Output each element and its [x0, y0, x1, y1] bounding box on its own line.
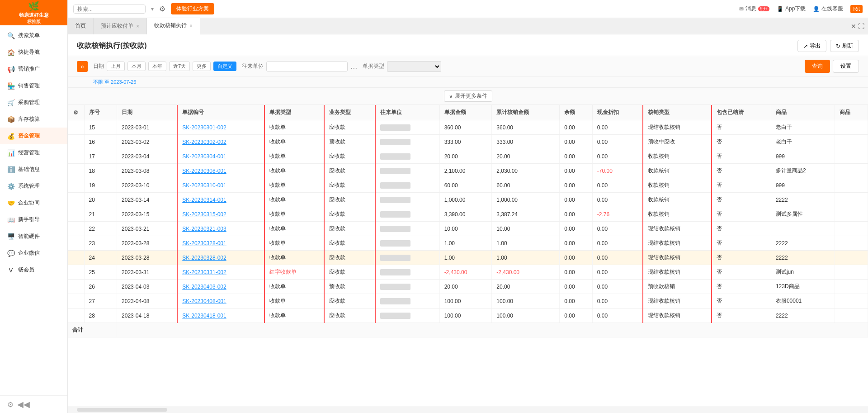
col-writeofftype-header: 核销类型 — [643, 105, 712, 120]
doc-no-link[interactable]: SK-20230314-001 — [182, 197, 226, 203]
doc-no-link[interactable]: SK-20230315-002 — [182, 211, 226, 218]
doc-no-link[interactable]: SK-20230328-002 — [182, 255, 226, 261]
table-row: 15 2023-03-01 SK-20230301-002 收款单 应收款 36… — [68, 120, 868, 135]
filter-partner-more-icon[interactable]: ... — [350, 62, 357, 71]
export-button[interactable]: ↗ 导出 — [797, 40, 826, 52]
sidebar-item-operations[interactable]: 📊经营管理 — [0, 144, 67, 161]
sidebar-item-member[interactable]: V畅会员 — [0, 261, 67, 278]
doc-no-link[interactable]: SK-20230310-001 — [182, 182, 226, 189]
filter-settings-button[interactable]: 设置 — [833, 60, 859, 73]
tab-writeoff-close[interactable]: × — [189, 23, 193, 29]
filter-doctype-select[interactable] — [387, 61, 441, 72]
cell-partner — [375, 236, 439, 251]
tab-writeoff[interactable]: 收款核销执行 × — [147, 18, 200, 34]
cell-product: 多计量商品2 — [771, 164, 835, 178]
sidebar-item-label-guide: 新手引导 — [18, 216, 40, 223]
filter-last7-btn[interactable]: 近7天 — [169, 62, 190, 71]
sidebar-item-system[interactable]: ⚙️系统管理 — [0, 178, 67, 195]
sidebar-item-guide[interactable]: 📖新手引导 — [0, 211, 67, 228]
sidebar-item-finance[interactable]: 💰资金管理 — [0, 128, 67, 144]
cell-product: 2222 — [771, 193, 835, 207]
topbar-right-actions: ✉ 消息 99+ 📱 App下载 👤 在线客服 Rit — [739, 5, 863, 13]
sidebar-item-label-search: 搜索菜单 — [18, 32, 40, 39]
topbar-gear-icon[interactable]: ⚙ — [159, 5, 165, 13]
cell-docamount: 20.00 — [439, 280, 492, 294]
app-logo: 🌿 畅康道好生意 标推版 — [0, 0, 67, 25]
cell-cumulative: 10.00 — [492, 222, 560, 236]
filter-custom-btn[interactable]: 自定义 — [213, 62, 236, 71]
cell-includesettled: 否 — [712, 193, 771, 207]
scroll-thumb[interactable] — [77, 408, 167, 412]
tab-home[interactable]: 首页 — [68, 18, 94, 34]
cell-partner — [375, 120, 439, 135]
doc-no-link[interactable]: SK-20230408-001 — [182, 298, 226, 304]
cell-doctype: 收款单 — [264, 222, 324, 236]
doc-no-link[interactable]: SK-20230308-001 — [182, 168, 226, 174]
tab-fullscreen-button[interactable]: ⛶ — [858, 23, 864, 30]
cell-cashdiscount: 0.00 — [592, 135, 643, 149]
doc-no-link[interactable]: SK-20230321-003 — [182, 226, 226, 232]
cell-docno: SK-20230418-001 — [177, 309, 264, 323]
cell-date: 2023-04-08 — [117, 294, 178, 309]
messages-button[interactable]: ✉ 消息 99+ — [739, 5, 769, 13]
filter-bar: » 日期 上月 本月 本年 近7天 更多 自定义 往来单位 ... 单据类型 — [68, 56, 868, 77]
sidebar-item-marketing[interactable]: 📢营销推广 — [0, 61, 67, 77]
sidebar-item-sales[interactable]: 🏪销售管理 — [0, 77, 67, 94]
table-row: 25 2023-03-31 SK-20230331-002 红字收款单 应收款 … — [68, 265, 868, 280]
tabbar-actions: ✕ ⛶ — [851, 23, 868, 30]
cell-docno: SK-20230328-001 — [177, 236, 264, 251]
filter-collapse-btn[interactable]: » — [77, 61, 88, 72]
sidebar-collapse-icon[interactable]: ◀◀ — [17, 399, 30, 409]
filter-partner-input[interactable] — [266, 62, 348, 71]
sidebar-item-hardware[interactable]: 🖥️智能硬件 — [0, 228, 67, 245]
filter-date-label: 日期 — [93, 62, 104, 70]
tab-receivable-close[interactable]: × — [136, 23, 139, 29]
filter-this-month-btn[interactable]: 本月 — [127, 62, 146, 71]
col-settings[interactable]: ⚙ — [68, 105, 84, 120]
footer-empty-cell — [117, 323, 868, 337]
cell-product: 2222 — [771, 309, 835, 323]
industry-solution-button[interactable]: 体验行业方案 — [171, 3, 214, 14]
expand-conditions-button[interactable]: ∨ 展开更多条件 — [444, 90, 492, 102]
sidebar-item-quicknav[interactable]: 🏠快捷导航 — [0, 44, 67, 61]
sidebar-item-label-system: 系统管理 — [18, 182, 40, 190]
cell-date: 2023-03-14 — [117, 193, 178, 207]
doc-no-link[interactable]: SK-20230328-001 — [182, 240, 226, 247]
sidebar-item-wechat[interactable]: 💬企业微信 — [0, 245, 67, 261]
cell-balance: 0.00 — [560, 265, 593, 280]
search-input[interactable] — [73, 5, 146, 14]
sidebar-item-search[interactable]: 🔍搜索菜单 — [0, 27, 67, 44]
cell-doctype: 收款单 — [264, 294, 324, 309]
tab-close-all-button[interactable]: ✕ — [851, 23, 856, 30]
cell-balance: 0.00 — [560, 120, 593, 135]
main-area: ▾ ⚙ 体验行业方案 ✉ 消息 99+ 📱 App下载 👤 在线客服 Rit — [68, 0, 868, 413]
sidebar-item-inventory[interactable]: 📦库存核算 — [0, 111, 67, 128]
cell-biztype: 应收款 — [324, 149, 375, 164]
filter-this-year-btn[interactable]: 本年 — [148, 62, 166, 71]
customer-service-button[interactable]: 👤 在线客服 — [813, 5, 843, 13]
sidebar-item-basic[interactable]: ℹ️基础信息 — [0, 161, 67, 178]
doc-no-link[interactable]: SK-20230302-002 — [182, 139, 226, 145]
cell-cumulative: 20.00 — [492, 280, 560, 294]
cell-docno: SK-20230314-001 — [177, 193, 264, 207]
filter-more-btn[interactable]: 更多 — [193, 62, 211, 71]
refresh-button[interactable]: ↻ 刷新 — [830, 40, 859, 52]
doc-no-link[interactable]: SK-20230418-001 — [182, 313, 226, 319]
cell-doctype: 收款单 — [264, 207, 324, 222]
messages-badge: 99+ — [758, 6, 769, 11]
doc-no-link[interactable]: SK-20230304-001 — [182, 153, 226, 160]
doc-no-link[interactable]: SK-20230331-002 — [182, 269, 226, 275]
tab-receivable[interactable]: 预计应收付单 × — [94, 18, 147, 34]
doc-no-link[interactable]: SK-20230301-002 — [182, 124, 226, 131]
user-avatar[interactable]: Rit — [850, 5, 863, 13]
cell-writeofftype: 现结收款核销 — [643, 120, 712, 135]
sidebar-settings-icon[interactable]: ⚙ — [7, 400, 14, 409]
doc-no-link[interactable]: SK-20230403-002 — [182, 284, 226, 290]
filter-last-month-btn[interactable]: 上月 — [107, 62, 125, 71]
topbar-dropdown-icon[interactable]: ▾ — [151, 6, 154, 12]
sidebar-item-enterprise[interactable]: 🤝企业协同 — [0, 195, 67, 211]
query-button[interactable]: 查询 — [805, 60, 830, 73]
sidebar-item-purchase[interactable]: 🛒采购管理 — [0, 94, 67, 111]
horizontal-scrollbar[interactable] — [68, 406, 868, 413]
app-download-button[interactable]: 📱 App下载 — [777, 5, 806, 13]
